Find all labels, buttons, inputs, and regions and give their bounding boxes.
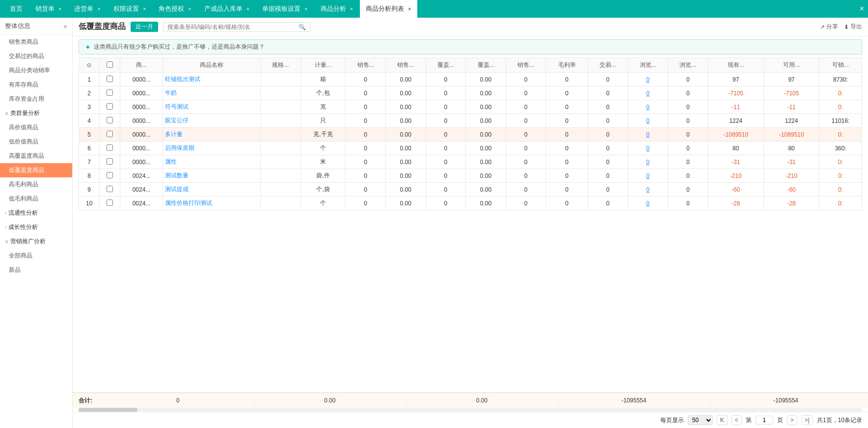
row-num: 6 [79, 142, 100, 155]
nav-template-settings[interactable]: 单据模板设置 × [256, 0, 313, 18]
sidebar-item-traded-goods[interactable]: 交易过的商品 [0, 49, 72, 63]
sidebar-section-cluster[interactable]: ∨ 类群量分析 [0, 106, 72, 120]
current-page-input[interactable] [756, 416, 773, 425]
row-checkbox[interactable] [100, 100, 120, 114]
row-checkbox[interactable] [100, 142, 120, 155]
scrollbar-thumb[interactable] [79, 408, 137, 412]
nav-permission-settings[interactable]: 权限设置 × [108, 0, 152, 18]
row-select-checkbox[interactable] [107, 103, 113, 110]
sidebar-section-marketing[interactable]: ∨ 营销推广分析 [0, 234, 72, 249]
col-setting[interactable]: ⚙ [79, 58, 100, 73]
row-checkbox[interactable] [100, 128, 120, 142]
row-name[interactable]: 属性价格打印测试 [163, 197, 260, 210]
row-browse1[interactable]: 0 [628, 183, 668, 197]
row-checkbox[interactable] [100, 73, 120, 86]
close-icon[interactable]: × [350, 6, 353, 12]
chevron-right-icon: › [5, 225, 6, 230]
sidebar-section-liquidity[interactable]: › 流通性分析 [0, 206, 72, 220]
close-icon[interactable]: × [408, 6, 411, 12]
row-checkbox[interactable] [100, 197, 120, 210]
sidebar-item-low-coverage[interactable]: 低覆盖度商品 [0, 163, 72, 177]
row-select-checkbox[interactable] [107, 186, 113, 192]
close-icon[interactable]: × [246, 6, 249, 12]
row-select-checkbox[interactable] [107, 172, 113, 178]
row-name[interactable]: 牛奶 [163, 86, 260, 100]
col-checkbox[interactable] [100, 58, 120, 73]
nav-finished-goods[interactable]: 产成品入库单 × [198, 0, 255, 18]
settings-icon[interactable]: ⚙ [86, 62, 92, 69]
row-checkbox[interactable] [100, 183, 120, 197]
sidebar-item-new-goods[interactable]: 新品 [0, 263, 72, 277]
sidebar-item-high-coverage[interactable]: 高覆盖度商品 [0, 149, 72, 163]
sidebar-item-all-goods[interactable]: 全部商品 [0, 249, 72, 263]
sidebar-item-high-value[interactable]: 高价值商品 [0, 120, 72, 135]
sidebar-item-high-profit[interactable]: 高毛利商品 [0, 177, 72, 192]
row-name[interactable]: 测试提成 [163, 183, 260, 197]
next-page-button[interactable]: > [787, 415, 797, 425]
row-select-checkbox[interactable] [107, 76, 113, 82]
sidebar-item-category-turnover[interactable]: 商品分类动销率 [0, 63, 72, 78]
header-actions: ↗ 分享 ⬇ 导出 [820, 23, 862, 31]
row-current: 97 [708, 73, 763, 86]
row-checkbox[interactable] [100, 155, 120, 169]
nav-sales-order[interactable]: 销货单 × [29, 0, 67, 18]
sidebar-item-low-value[interactable]: 低价值商品 [0, 135, 72, 149]
row-browse1[interactable]: 0 [628, 142, 668, 155]
row-checkbox[interactable] [100, 114, 120, 128]
search-input[interactable] [167, 24, 297, 30]
nav-product-analysis[interactable]: 商品分析 × [315, 0, 359, 18]
horizontal-scrollbar[interactable] [79, 408, 862, 412]
share-button[interactable]: ↗ 分享 [820, 23, 838, 31]
sidebar-item-sales-goods[interactable]: 销售类商品 [0, 35, 72, 49]
row-name[interactable]: 属性 [163, 155, 260, 169]
row-checkbox[interactable] [100, 86, 120, 100]
row-select-checkbox[interactable] [107, 158, 113, 165]
row-browse1[interactable]: 0 [628, 169, 668, 183]
sidebar-section-growth[interactable]: › 成长性分析 [0, 220, 72, 234]
close-icon[interactable]: × [97, 6, 100, 12]
col-browse1-header: 浏览... [628, 58, 668, 73]
window-close-button[interactable]: × [860, 4, 864, 13]
row-select-checkbox[interactable] [107, 144, 113, 151]
row-browse1[interactable]: 0 [628, 128, 668, 142]
row-name[interactable]: 眼宝公仔 [163, 114, 260, 128]
row-name[interactable]: 符号测试 [163, 100, 260, 114]
row-browse1[interactable]: 0 [628, 155, 668, 169]
row-select-checkbox[interactable] [107, 89, 113, 96]
row-name[interactable]: 多计量 [163, 128, 260, 142]
sidebar-item-inventory-capital[interactable]: 库存资金占用 [0, 92, 72, 106]
close-icon[interactable]: × [304, 6, 307, 12]
row-select-checkbox[interactable] [107, 200, 113, 206]
row-select-checkbox[interactable] [107, 131, 113, 137]
sidebar-collapse-button[interactable]: « [63, 22, 67, 30]
row-browse1[interactable]: 0 [628, 114, 668, 128]
row-sellable: 0: [819, 128, 862, 142]
sidebar-item-in-stock[interactable]: 有库存商品 [0, 78, 72, 92]
nav-product-analysis-list[interactable]: 商品分析列表 × [360, 0, 417, 18]
row-name[interactable]: 测试数量 [163, 169, 260, 183]
close-icon[interactable]: × [58, 6, 61, 12]
last-page-button[interactable]: >| [801, 415, 813, 425]
row-browse1[interactable]: 0 [628, 100, 668, 114]
nav-purchase-order[interactable]: 进货单 × [68, 0, 106, 18]
first-page-button[interactable]: K [717, 415, 728, 425]
page-size-select[interactable]: 50 20 100 [688, 415, 713, 425]
sidebar-item-low-profit[interactable]: 低毛利商品 [0, 192, 72, 206]
row-browse1[interactable]: 0 [628, 197, 668, 210]
row-select-checkbox[interactable] [107, 117, 113, 123]
row-browse1[interactable]: 0 [628, 73, 668, 86]
search-icon[interactable]: 🔍 [298, 24, 306, 30]
row-name[interactable]: 启用保质期 [163, 142, 260, 155]
nav-role-auth[interactable]: 角色授权 × [153, 0, 197, 18]
row-browse1[interactable]: 0 [628, 86, 668, 100]
close-icon[interactable]: × [143, 6, 146, 12]
row-name[interactable]: 旺铺批次测试 [163, 73, 260, 86]
row-checkbox[interactable] [100, 169, 120, 183]
close-icon[interactable]: × [188, 6, 191, 12]
row-unit: 克,千克 [300, 128, 346, 142]
nav-home[interactable]: 首页 [4, 0, 28, 18]
prev-page-button[interactable]: < [732, 415, 742, 425]
period-button[interactable]: 近一月 [131, 22, 158, 32]
select-all-checkbox[interactable] [107, 61, 113, 68]
export-button[interactable]: ⬇ 导出 [844, 23, 862, 31]
